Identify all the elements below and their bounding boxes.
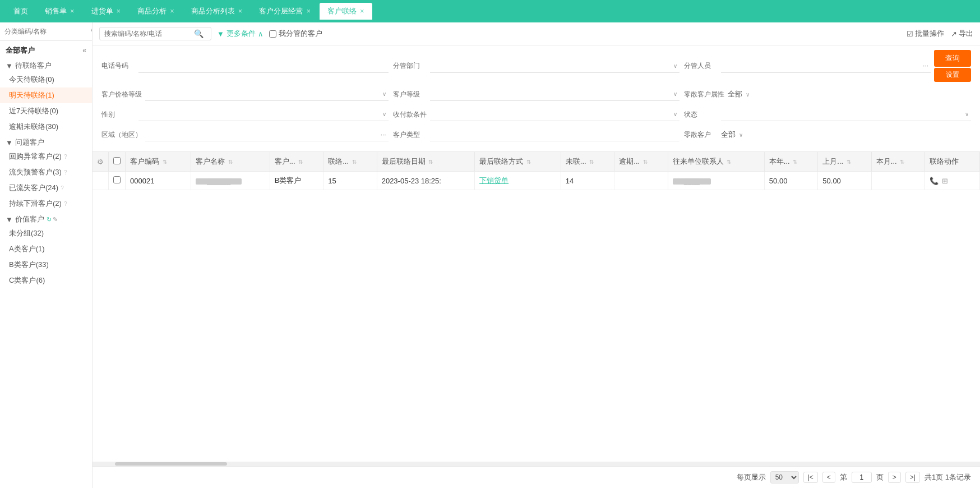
row-checkbox[interactable] xyxy=(113,176,121,183)
col-code-sort[interactable]: ⇅ xyxy=(163,159,167,165)
sidebar-item-declining[interactable]: 持续下滑客户(2) ? xyxy=(0,196,92,211)
nav-product-analysis-list[interactable]: 商品分析列表× xyxy=(183,3,251,20)
manager-input[interactable] xyxy=(723,62,923,70)
manager-input-wrap: ··· xyxy=(721,59,931,73)
retail-attr-chevron-icon: ∨ xyxy=(746,91,750,98)
sidebar-item-overdue[interactable]: 逾期未联络(30) xyxy=(0,119,92,135)
status-select[interactable]: ∨ xyxy=(721,108,971,121)
col-this-month-sort[interactable]: ⇅ xyxy=(900,159,904,165)
last-contact-method-link[interactable]: 下销货单 xyxy=(479,176,509,185)
sidebar-item-c-class[interactable]: C类客户(6) xyxy=(0,273,92,288)
col-year-sort[interactable]: ⇅ xyxy=(793,159,797,165)
sidebar-item-abnormal[interactable]: 回购异常客户(2) ? xyxy=(0,149,92,164)
filter-more-btn[interactable]: ▼ 更多条件 ∧ xyxy=(217,29,264,39)
sidebar-item-today[interactable]: 今天待联络(0) xyxy=(0,72,92,88)
table-settings-col[interactable]: ⚙ xyxy=(93,152,109,172)
customer-type-select[interactable] xyxy=(430,128,680,141)
export-icon: ↗ xyxy=(951,30,957,38)
col-unit-sort[interactable]: ⇅ xyxy=(727,159,731,165)
table-row: 000021 ██████ B类客户 15 2023-05-23 18:25: … xyxy=(93,172,980,190)
all-customers-header[interactable]: 全部客户 « xyxy=(0,41,92,58)
search-input[interactable] xyxy=(104,30,194,38)
col-last-contact-method: 最后联络方式 ⇅ xyxy=(475,152,561,172)
row-last-contact-method: 下销货单 xyxy=(475,172,561,190)
search-icon-btn[interactable]: 🔍 xyxy=(194,29,204,38)
col-last-month-sort[interactable]: ⇅ xyxy=(847,159,851,165)
col-overdue-sort[interactable]: ⇅ xyxy=(643,159,648,165)
row-settings xyxy=(93,172,109,190)
retail-attr-value: 全部 xyxy=(728,89,742,99)
refresh-icon[interactable]: ↻ xyxy=(47,216,52,223)
page-input[interactable] xyxy=(852,472,872,483)
manager-dots-icon[interactable]: ··· xyxy=(923,62,928,70)
query-btn[interactable]: 查询 xyxy=(934,50,971,67)
sidebar-item-a-class[interactable]: A类客户(1) xyxy=(0,241,92,257)
nav-sales[interactable]: 销售单× xyxy=(37,3,82,20)
group-problem-customers[interactable]: ▼ 问题客户 xyxy=(0,135,92,149)
region-dots-icon[interactable]: ··· xyxy=(381,131,386,139)
phone-input[interactable] xyxy=(141,62,386,70)
nav-customer-contact[interactable]: 客户联络× xyxy=(320,3,372,20)
row-code: 000021 xyxy=(126,172,191,190)
nav-sales-close[interactable]: × xyxy=(70,7,75,15)
sidebar-item-churned[interactable]: 已流失客户(24) ? xyxy=(0,180,92,196)
prev-page-btn[interactable]: < xyxy=(822,472,835,483)
edit-icon[interactable]: ✎ xyxy=(53,216,58,223)
select-all-checkbox[interactable] xyxy=(113,157,121,164)
nav-home[interactable]: 首页 xyxy=(6,3,36,20)
payment-terms-select[interactable]: ∨ xyxy=(430,108,680,121)
col-name-sort[interactable]: ⇅ xyxy=(228,159,233,165)
nav-customer-seg-close[interactable]: × xyxy=(306,7,311,15)
col-contacts-sort[interactable]: ⇅ xyxy=(352,159,357,165)
gender-select[interactable]: ∨ xyxy=(138,108,389,121)
price-level-select[interactable]: ∨ xyxy=(145,88,389,101)
col-uncontacted-sort[interactable]: ⇅ xyxy=(589,159,594,165)
first-page-btn[interactable]: |< xyxy=(803,472,818,483)
nav-purchase[interactable]: 进货单× xyxy=(84,3,129,20)
nav-customer-segmentation[interactable]: 客户分层经营× xyxy=(251,3,318,20)
next-page-btn[interactable]: > xyxy=(888,472,901,483)
sidebar-item-tomorrow[interactable]: 明天待联络(1) xyxy=(0,88,92,103)
col-unit-contacts-label: 往来单位联系人 xyxy=(673,157,724,165)
setting-btn[interactable]: 设置 xyxy=(934,68,971,82)
more-action-icon[interactable]: ⊞ xyxy=(942,177,948,185)
export-btn[interactable]: ↗ 导出 xyxy=(951,29,973,39)
col-date-sort[interactable]: ⇅ xyxy=(428,159,433,165)
dept-select[interactable]: ∨ xyxy=(430,59,680,73)
action-icons: 📞 ⊞ xyxy=(930,177,975,185)
page-size-label: 每页显示 xyxy=(737,472,766,482)
row-this-year: 50.00 xyxy=(764,172,817,190)
region-input[interactable] xyxy=(147,131,381,139)
sidebar-item-b-class[interactable]: B类客户(33) xyxy=(0,257,92,273)
group-pending-contact[interactable]: ▼ 待联络客户 xyxy=(0,58,92,72)
row-type: B类客户 xyxy=(270,172,323,190)
sidebar-item-7days[interactable]: 近7天待联络(0) xyxy=(0,103,92,119)
collapse-icon[interactable]: « xyxy=(82,47,86,54)
nav-product-analysis-close[interactable]: × xyxy=(170,7,174,15)
sidebar-search-input[interactable] xyxy=(4,27,89,35)
my-customer-checkbox-wrap[interactable]: 我分管的客户 xyxy=(269,29,322,39)
price-level-label: 客户价格等级 xyxy=(101,90,142,99)
scrollbar-thumb[interactable] xyxy=(115,462,227,466)
col-this-year: 本年... ⇅ xyxy=(764,152,817,172)
col-method-sort[interactable]: ⇅ xyxy=(526,159,531,165)
horizontal-scrollbar[interactable] xyxy=(93,462,980,466)
right-actions: ☑ 批量操作 ↗ 导出 xyxy=(907,29,973,39)
col-type-sort[interactable]: ⇅ xyxy=(298,159,303,165)
pagination: 每页显示 50 100 200 |< < 第 页 > >| 共1页 1条记录 xyxy=(93,466,980,488)
page-size-select[interactable]: 50 100 200 xyxy=(770,471,799,484)
batch-action-btn[interactable]: ☑ 批量操作 xyxy=(907,29,944,39)
group-value-customers[interactable]: ▼ 价值客户 ↻ ✎ xyxy=(0,211,92,225)
sidebar-item-ungrouped[interactable]: 未分组(32) xyxy=(0,225,92,241)
phone-action-icon[interactable]: 📞 xyxy=(930,177,939,185)
nav-customer-contact-close[interactable]: × xyxy=(360,7,364,15)
last-page-btn[interactable]: >| xyxy=(905,472,920,483)
sidebar-item-churn-warning[interactable]: 流失预警客户(3) ? xyxy=(0,164,92,180)
my-customer-checkbox[interactable] xyxy=(269,30,276,38)
gender-chevron-icon: ∨ xyxy=(382,111,386,117)
nav-product-analysis-list-close[interactable]: × xyxy=(238,7,243,15)
nav-product-analysis[interactable]: 商品分析× xyxy=(130,3,182,20)
customer-level-select[interactable]: ∨ xyxy=(430,88,680,101)
retail-attr-label: 零散客户属性 xyxy=(684,90,724,99)
nav-purchase-close[interactable]: × xyxy=(117,7,121,15)
